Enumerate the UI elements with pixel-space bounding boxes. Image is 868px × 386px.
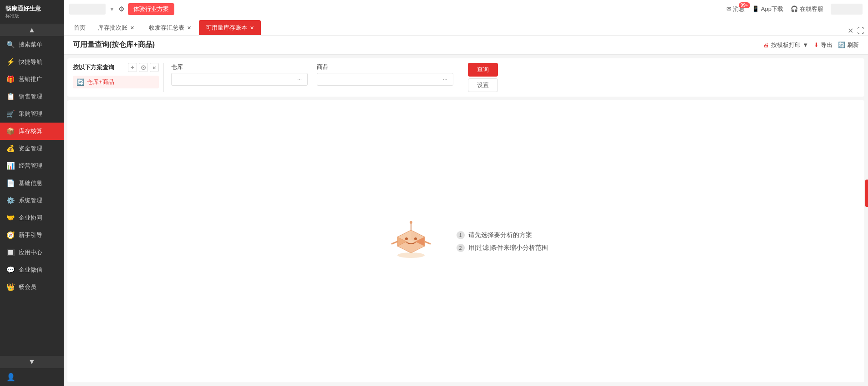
sidebar-item-inventory-check[interactable]: 📦 库存核算 bbox=[0, 123, 64, 140]
sidebar-item-label: 经营管理 bbox=[19, 162, 42, 170]
message-badge: 99+ bbox=[739, 2, 750, 8]
filter-add-btn[interactable]: + bbox=[128, 63, 137, 72]
sidebar-item-label: 企业微信 bbox=[19, 266, 42, 274]
svg-point-10 bbox=[397, 252, 425, 258]
filter-field-goods: 商品 ··· bbox=[317, 63, 453, 86]
filter-option-label: 仓库+商品 bbox=[87, 78, 114, 86]
print-btn[interactable]: 🖨 按模板打印 ▼ bbox=[763, 41, 808, 49]
header-app-download-btn[interactable]: 📱 App下载 bbox=[752, 5, 783, 13]
warehouse-label: 仓库 bbox=[171, 63, 308, 71]
goods-more-btn[interactable]: ··· bbox=[441, 75, 449, 83]
header-industry-btn[interactable]: 体验行业方案 bbox=[128, 3, 174, 15]
sidebar-item-label: 搜索菜单 bbox=[19, 41, 42, 49]
app-center-icon: 🔲 bbox=[6, 248, 15, 257]
inventory-icon: 📦 bbox=[6, 127, 15, 135]
empty-illustration bbox=[384, 214, 438, 269]
tab-expand-btn[interactable]: ⛶ bbox=[857, 27, 864, 35]
filter-left: 按以下方案查询 + ⊙ « 🔄 仓库+商品 bbox=[73, 63, 164, 92]
empty-hint-1: 1 请先选择要分析的方案 bbox=[457, 231, 548, 239]
sidebar-item-finance-mgmt[interactable]: 💰 资金管理 bbox=[0, 140, 64, 157]
sidebar-scroll-up[interactable]: ▲ bbox=[0, 24, 64, 36]
empty-hint-2: 2 用[过滤]条件来缩小分析范围 bbox=[457, 244, 548, 252]
filter-action-icons: + ⊙ « bbox=[128, 63, 159, 72]
sidebar-item-label: 应用中心 bbox=[19, 248, 42, 257]
hint-text-2: 用[过滤]条件来缩小分析范围 bbox=[468, 244, 548, 252]
print-icon: 🖨 bbox=[763, 41, 769, 48]
tab-available-ledger-close[interactable]: ✕ bbox=[250, 25, 254, 31]
sidebar-item-label: 营销推广 bbox=[19, 75, 42, 83]
tab-available-ledger-label: 可用量库存账本 bbox=[206, 24, 247, 32]
sidebar-item-label: 畅会员 bbox=[19, 283, 36, 291]
sidebar-item-label: 资金管理 bbox=[19, 144, 42, 153]
tab-receive-summary-close[interactable]: ✕ bbox=[187, 25, 191, 31]
filter-option-icon: 🔄 bbox=[76, 78, 84, 86]
warehouse-more-btn[interactable]: ··· bbox=[295, 75, 304, 83]
header-dropdown-btn[interactable]: ▼ bbox=[109, 6, 115, 12]
hint-number-1: 1 bbox=[457, 231, 465, 239]
tab-bar: 首页 库存批次账 ✕ 收发存汇总表 ✕ 可用量库存账本 ✕ ✕ ⛶ bbox=[64, 18, 868, 36]
tab-home[interactable]: 首页 bbox=[68, 21, 91, 35]
export-btn[interactable]: ⬇ 导出 bbox=[814, 41, 832, 49]
header-settings-btn[interactable]: ⚙ bbox=[118, 5, 124, 13]
sidebar-item-system-mgmt[interactable]: ⚙️ 系统管理 bbox=[0, 192, 64, 209]
guide-icon: 🧭 bbox=[6, 231, 15, 239]
tab-batch-account-label: 库存批次账 bbox=[98, 24, 127, 32]
header-message-btn[interactable]: ✉ 消息 99+ bbox=[726, 5, 745, 13]
tab-close-btn[interactable]: ✕ bbox=[848, 26, 853, 35]
filter-settings-btn[interactable]: ⊙ bbox=[139, 63, 148, 72]
sidebar-item-label: 销售管理 bbox=[19, 93, 42, 101]
sidebar-item-app-center[interactable]: 🔲 应用中心 bbox=[0, 244, 64, 261]
sidebar-user-info[interactable]: 👤 bbox=[0, 368, 64, 386]
header-user-btn[interactable] bbox=[831, 4, 863, 15]
page-title-bar: 可用量查询(按仓库+商品) 🖨 按模板打印 ▼ ⬇ 导出 🔄 刷新 bbox=[64, 36, 868, 55]
print-btn-label: 按模板打印 bbox=[771, 41, 801, 49]
warehouse-input-container: ··· bbox=[171, 73, 308, 86]
home-tab-label: 首页 bbox=[74, 24, 86, 31]
tab-batch-account[interactable]: 库存批次账 ✕ bbox=[91, 20, 141, 35]
print-dropdown-icon[interactable]: ▼ bbox=[802, 41, 808, 48]
sidebar-item-shortcut[interactable]: ⚡ 快捷导航 bbox=[0, 53, 64, 71]
sidebar-item-enterprise-collab[interactable]: 🤝 企业协同 bbox=[0, 209, 64, 226]
sidebar-item-search[interactable]: 🔍 搜索菜单 bbox=[0, 36, 64, 53]
query-btn[interactable]: 查询 bbox=[468, 63, 498, 77]
tab-receive-summary[interactable]: 收发存汇总表 ✕ bbox=[142, 20, 198, 35]
sidebar-scroll-down[interactable]: ▼ bbox=[0, 356, 64, 368]
filter-option-warehouse-goods[interactable]: 🔄 仓库+商品 bbox=[73, 76, 159, 88]
sidebar-item-purchase-mgmt[interactable]: 🛒 采购管理 bbox=[0, 105, 64, 123]
sidebar-item-sales-mgmt[interactable]: 📋 销售管理 bbox=[0, 88, 64, 105]
filter-collapse-btn[interactable]: « bbox=[150, 63, 159, 72]
sidebar-logo: 畅康通好生意 标准版 bbox=[0, 0, 64, 24]
export-btn-label: 导出 bbox=[821, 41, 832, 49]
sidebar-logo-title: 畅康通好生意 bbox=[5, 5, 58, 13]
refresh-btn[interactable]: 🔄 刷新 bbox=[838, 41, 859, 49]
goods-input-container: ··· bbox=[317, 73, 453, 86]
hint-text-1: 请先选择要分析的方案 bbox=[468, 231, 532, 239]
sidebar-item-label: 基础信息 bbox=[19, 179, 42, 187]
page-content: 可用量查询(按仓库+商品) 🖨 按模板打印 ▼ ⬇ 导出 🔄 刷新 bbox=[64, 36, 868, 386]
header-online-service-btn[interactable]: 🎧 在线客服 bbox=[791, 5, 823, 13]
sidebar-item-basic-info[interactable]: 📄 基础信息 bbox=[0, 175, 64, 192]
sidebar-item-enterprise-wechat[interactable]: 💬 企业微信 bbox=[0, 261, 64, 278]
main-body: 1 请先选择要分析的方案 2 用[过滤]条件来缩小分析范围 bbox=[67, 100, 864, 382]
warehouse-input[interactable] bbox=[175, 76, 295, 83]
service-icon: 🎧 bbox=[791, 5, 798, 12]
export-icon: ⬇ bbox=[814, 41, 819, 48]
sales-icon: 📋 bbox=[6, 93, 15, 101]
filter-settings-btn[interactable]: 设置 bbox=[468, 78, 498, 92]
tab-available-ledger[interactable]: 可用量库存账本 ✕ bbox=[199, 20, 261, 35]
wechat-icon: 💬 bbox=[6, 266, 15, 274]
sidebar-item-marketing-promo[interactable]: 🎁 营销推广 bbox=[0, 71, 64, 88]
tab-batch-account-close[interactable]: ✕ bbox=[130, 25, 134, 31]
sidebar-item-member[interactable]: 👑 畅会员 bbox=[0, 278, 64, 296]
page-actions: 🖨 按模板打印 ▼ ⬇ 导出 🔄 刷新 bbox=[763, 41, 859, 49]
sidebar-item-label: 企业协同 bbox=[19, 214, 42, 222]
sidebar-item-new-user-guide[interactable]: 🧭 新手引导 bbox=[0, 226, 64, 244]
sidebar-logo-subtitle: 标准版 bbox=[5, 13, 58, 19]
svg-line-8 bbox=[392, 242, 397, 244]
member-icon: 👑 bbox=[6, 283, 15, 291]
refresh-icon: 🔄 bbox=[838, 41, 845, 48]
goods-input[interactable] bbox=[321, 76, 441, 83]
svg-point-7 bbox=[410, 221, 412, 224]
filter-title-label: 按以下方案查询 bbox=[73, 63, 114, 72]
sidebar-item-operations-mgmt[interactable]: 📊 经营管理 bbox=[0, 157, 64, 175]
